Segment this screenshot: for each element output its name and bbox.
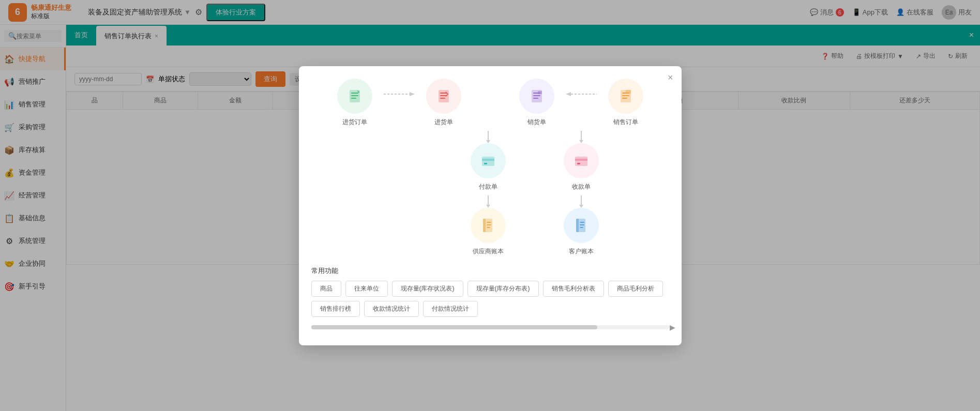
arrow-down-sales: [555, 131, 607, 143]
flow-item-purchase-order: 进货订单: [329, 79, 381, 127]
flow-circle-sales-order: [608, 79, 643, 114]
svg-rect-25: [483, 219, 486, 232]
svg-rect-15: [482, 159, 494, 161]
common-btn-sales-rank[interactable]: 销售排行榜: [311, 301, 360, 317]
common-btn-payment-stat[interactable]: 付款情况统计: [423, 301, 478, 317]
modal-scrollbar-thumb: [311, 325, 598, 329]
flow-circle-sales: [519, 79, 554, 114]
flow-item-sales: 销货单: [511, 79, 563, 127]
modal-scrollbar[interactable]: ▶: [311, 325, 669, 329]
svg-rect-5: [538, 91, 542, 94]
flow-label-supplier-ledger: 供应商账本: [473, 247, 504, 256]
svg-rect-18: [575, 159, 587, 161]
flow-circle-purchase-order: [337, 79, 372, 114]
flow-label-purchase-order: 进货订单: [342, 118, 367, 127]
flow-label-purchase: 进货单: [434, 118, 453, 127]
flow-modal: × 进货订单 进货单: [299, 66, 682, 345]
flow-circle-customer-ledger: [564, 208, 599, 243]
flow-item-customer-ledger: 客户账本: [555, 208, 607, 256]
modal-close-btn[interactable]: ×: [668, 72, 673, 83]
flow-item-payment: 付款单: [462, 143, 514, 191]
spacer-r2-3: [514, 131, 555, 143]
flow-circle-receipt: [564, 143, 599, 178]
flow-label-receipt: 收款单: [572, 182, 591, 191]
arrow-down-payment: [462, 195, 514, 208]
arrow-down-purchase: [462, 131, 514, 143]
svg-rect-27: [576, 219, 579, 232]
common-btn-receipt-stat[interactable]: 收款情况统计: [364, 301, 419, 317]
arrow-down-receipt: [555, 195, 607, 208]
flow-label-sales: 销货单: [527, 118, 546, 127]
arrow-2: [563, 90, 600, 98]
arrow-1: [381, 90, 418, 98]
spacer-r4-1: [373, 195, 462, 208]
svg-marker-2: [410, 92, 415, 96]
common-btn-sales-gross[interactable]: 销售毛利分析表: [543, 281, 604, 297]
spacer-r4-2: [514, 195, 555, 208]
spacer-r2-2: [425, 131, 462, 143]
flow-label-sales-order: 销售订单: [613, 118, 638, 127]
common-btns: 商品 往来单位 现存量(库存状况表) 现存量(库存分布表) 销售毛利分析表 商品…: [311, 281, 669, 297]
svg-marker-7: [566, 92, 571, 96]
flow-item-receipt: 收款单: [555, 143, 607, 191]
flow-label-customer-ledger: 客户账本: [569, 247, 594, 256]
flow-circle-purchase: [426, 79, 461, 114]
common-functions-title: 常用功能: [311, 266, 669, 276]
flow-item-sales-order: 销售订单: [600, 79, 652, 127]
common-btn-inventory-status[interactable]: 现存量(库存状况表): [392, 281, 463, 297]
svg-rect-17: [575, 157, 587, 166]
scroll-right-arrow[interactable]: ▶: [670, 323, 675, 331]
flow-item-supplier-ledger: 供应商账本: [462, 208, 514, 256]
svg-rect-9: [626, 90, 631, 94]
svg-rect-14: [482, 157, 494, 166]
common-btn-product[interactable]: 商品: [311, 281, 341, 297]
modal-overlay[interactable]: × 进货订单 进货单: [0, 0, 980, 411]
common-btn-inventory-dist[interactable]: 现存量(库存分布表): [468, 281, 539, 297]
common-functions-section: 常用功能 商品 往来单位 现存量(库存状况表) 现存量(库存分布表) 销售毛利分…: [311, 266, 669, 317]
flow-item-purchase: 进货单: [418, 79, 470, 127]
common-btn-product-gross[interactable]: 商品毛利分析: [608, 281, 663, 297]
svg-rect-16: [484, 163, 487, 164]
common-btns-row2: 销售排行榜 收款情况统计 付款情况统计: [311, 301, 669, 317]
flow-circle-payment: [471, 143, 506, 178]
spacer-r2-1: [373, 131, 425, 143]
flow-label-payment: 付款单: [479, 182, 497, 191]
flow-circle-supplier-ledger: [471, 208, 506, 243]
common-btn-counterpart[interactable]: 往来单位: [345, 281, 388, 297]
svg-rect-19: [577, 163, 580, 164]
